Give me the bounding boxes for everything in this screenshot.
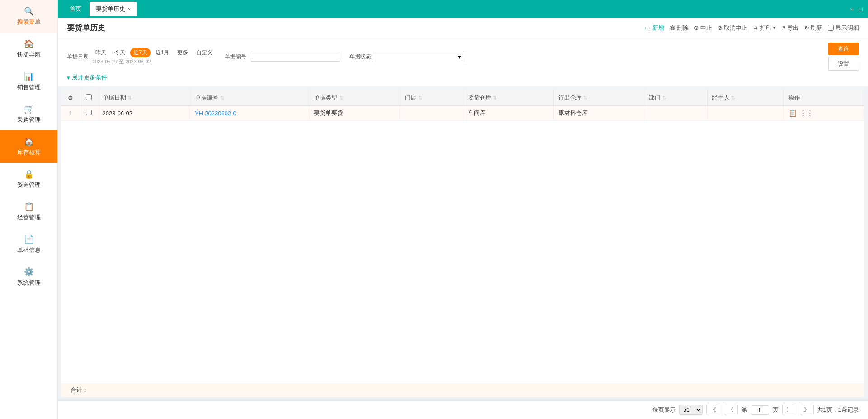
system-icon: ⚙️ <box>24 267 34 277</box>
settings-button[interactable]: 设置 <box>828 57 859 71</box>
col-pending-wh: 待出仓库 ⇅ <box>553 90 644 106</box>
total-records-label: 共1页，1条记录 <box>817 406 859 414</box>
new-button[interactable]: + + 新增 <box>643 24 664 32</box>
cancel-stop-icon: ⊘ <box>717 24 722 31</box>
first-page-btn[interactable]: 《 <box>706 405 720 415</box>
delete-button[interactable]: 🗑 删除 <box>670 24 689 32</box>
filter-bar: 单据日期 昨天 今天 近7天 近1月 更多 自定义 2023-05-27 至 2… <box>58 38 868 86</box>
page-label: 第 <box>741 406 747 414</box>
sidebar-item-shortcut[interactable]: 🏠 快捷导航 <box>0 33 57 65</box>
date-filter-group: 单据日期 昨天 今天 近7天 近1月 更多 自定义 2023-05-27 至 2… <box>67 48 216 65</box>
expand-icon: ▾ <box>67 74 70 81</box>
stop-button[interactable]: ⊘ 中止 <box>694 24 712 32</box>
operation-icon: 📋 <box>24 202 34 212</box>
col-settings[interactable]: ⚙ <box>61 90 80 106</box>
sidebar-item-operation[interactable]: 📋 经营管理 <box>0 195 57 228</box>
type-sort-icon[interactable]: ⇅ <box>339 95 343 100</box>
refresh-icon: ↻ <box>804 24 809 31</box>
sidebar-item-sales[interactable]: 📊 销售管理 <box>0 65 57 98</box>
row-more-icon[interactable]: ⋮⋮ <box>800 109 813 117</box>
cell-check[interactable] <box>80 106 98 121</box>
date-btn-today[interactable]: 今天 <box>111 48 128 57</box>
cell-handler <box>707 106 784 121</box>
basic-icon: 📄 <box>24 234 34 244</box>
tab-home[interactable]: 首页 <box>63 2 88 16</box>
pagination: 每页显示 50 100 200 《 〈 第 页 〉 》 共1页，1条记录 <box>58 400 868 419</box>
expand-filters-button[interactable]: ▾ 展开更多条件 <box>67 73 859 81</box>
cancel-stop-button[interactable]: ⊘ 取消中止 <box>717 24 747 32</box>
status-filter-label: 单据状态 <box>349 53 371 61</box>
order-no-input[interactable] <box>250 52 340 62</box>
order-no-filter-group: 单据编号 <box>225 52 340 62</box>
store-sort-icon[interactable]: ⇅ <box>418 95 422 100</box>
date-btn-7days[interactable]: 近7天 <box>130 48 151 57</box>
req-wh-sort-icon[interactable]: ⇅ <box>493 95 497 100</box>
window-close-btn[interactable]: × <box>850 6 854 13</box>
main-area: 首页 要货单历史 × × □ 要货单历史 + + 新增 🗑 删除 <box>58 0 868 419</box>
print-button[interactable]: 🖨 打印 ▾ <box>753 24 775 32</box>
page-input[interactable] <box>751 405 769 415</box>
handler-sort-icon[interactable]: ⇅ <box>731 95 735 100</box>
export-button[interactable]: ↗ 导出 <box>781 24 799 32</box>
filter-row: 单据日期 昨天 今天 近7天 近1月 更多 自定义 2023-05-27 至 2… <box>67 43 859 71</box>
page-unit: 页 <box>773 406 778 414</box>
refresh-button[interactable]: ↻ 刷新 <box>804 24 822 32</box>
sidebar-item-search[interactable]: 🔍 搜索菜单 <box>0 0 57 33</box>
status-filter-group: 单据状态 ▾ <box>349 52 465 62</box>
cell-op: 📋 ⋮⋮ <box>784 106 864 121</box>
cell-pending-wh: 原材料仓库 <box>553 106 644 121</box>
sidebar-item-purchase[interactable]: 🛒 采购管理 <box>0 98 57 130</box>
page-header: 要货单历史 + + 新增 🗑 删除 ⊘ 中止 ⊘ 取消中止 <box>58 18 868 38</box>
order-no-label: 单据编号 <box>225 53 246 61</box>
stop-icon: ⊘ <box>694 24 699 31</box>
cell-req-wh: 车间库 <box>463 106 553 121</box>
col-date: 单据日期 ⇅ <box>98 90 190 106</box>
date-filter-buttons: 昨天 今天 近7天 近1月 更多 自定义 <box>92 48 216 57</box>
col-checkbox <box>80 90 98 106</box>
show-detail-checkbox[interactable] <box>828 25 834 31</box>
plus-icon: + <box>643 24 647 31</box>
sidebar-item-system[interactable]: ⚙️ 系统管理 <box>0 261 57 293</box>
date-sort-icon[interactable]: ⇅ <box>127 95 132 100</box>
print-dropdown-icon: ▾ <box>773 25 775 30</box>
date-btn-yesterday[interactable]: 昨天 <box>92 48 109 57</box>
order-link: YH-20230602-0 <box>195 110 236 117</box>
dept-sort-icon[interactable]: ⇅ <box>662 95 666 100</box>
cell-date: 2023-06-02 <box>98 106 190 121</box>
close-tab-icon[interactable]: × <box>128 6 131 12</box>
date-range-display: 2023-05-27 至 2023-06-02 <box>92 58 216 65</box>
last-page-btn[interactable]: 》 <box>800 405 814 415</box>
tab-requisition-history[interactable]: 要货单历史 × <box>90 2 137 16</box>
col-dept: 部门 ⇅ <box>644 90 707 106</box>
cell-idx: 1 <box>61 106 80 121</box>
cell-no[interactable]: YH-20230602-0 <box>190 106 309 121</box>
query-button[interactable]: 查询 <box>828 43 859 55</box>
pending-wh-sort-icon[interactable]: ⇅ <box>583 95 587 100</box>
date-btn-custom[interactable]: 自定义 <box>193 48 216 57</box>
finance-icon: 🔒 <box>24 169 34 179</box>
sidebar-item-basic[interactable]: 📄 基础信息 <box>0 228 57 261</box>
sidebar-item-inventory[interactable]: 🏠 库存核算 <box>0 130 57 163</box>
per-page-select[interactable]: 50 100 200 <box>679 405 703 415</box>
status-select-arrow: ▾ <box>458 53 461 60</box>
select-all-checkbox[interactable] <box>86 94 92 100</box>
per-page-label: 每页显示 <box>652 406 676 414</box>
no-sort-icon[interactable]: ⇅ <box>220 95 224 100</box>
col-store: 门店 ⇅ <box>400 90 463 106</box>
row-edit-icon[interactable]: 📋 <box>788 109 797 117</box>
next-page-btn[interactable]: 〉 <box>782 405 796 415</box>
requisition-table: ⚙ 单据日期 ⇅ 单据编号 ⇅ 单据类型 <box>61 90 864 121</box>
window-restore-btn[interactable]: □ <box>859 6 863 13</box>
cell-store <box>400 106 463 121</box>
sidebar-item-finance[interactable]: 🔒 资金管理 <box>0 163 57 195</box>
prev-page-btn[interactable]: 〈 <box>724 405 738 415</box>
date-btn-more[interactable]: 更多 <box>174 48 191 57</box>
topbar-right-actions: × □ <box>850 6 863 13</box>
summary-label: 合计： <box>71 386 88 394</box>
show-detail-toggle[interactable]: 显示明细 <box>828 24 859 32</box>
cell-type: 要货单要货 <box>309 106 400 121</box>
status-select[interactable]: ▾ <box>375 52 465 62</box>
date-btn-1month[interactable]: 近1月 <box>152 48 173 57</box>
topbar: 首页 要货单历史 × × □ <box>58 0 868 18</box>
page-title: 要货单历史 <box>67 23 105 33</box>
